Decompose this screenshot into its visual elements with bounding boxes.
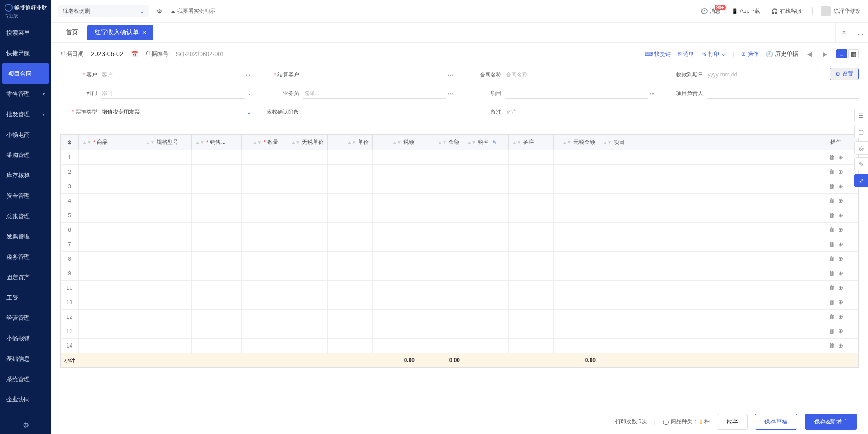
table-row[interactable]: 2🗑⊕	[61, 165, 858, 179]
tenant-selector[interactable]: 徐老板勿删! ⌄	[58, 5, 149, 17]
col-spec[interactable]: ▲▼规格型号	[142, 135, 192, 150]
delete-row-icon[interactable]: 🗑	[829, 255, 835, 262]
table-row[interactable]: 4🗑⊕	[61, 194, 858, 208]
app-download[interactable]: 📱 App下载	[729, 7, 763, 15]
print-button[interactable]: 🖨打印 ⌄	[701, 50, 725, 58]
add-row-icon[interactable]: ⊕	[838, 197, 843, 204]
add-row-icon[interactable]: ⊕	[838, 270, 843, 277]
due-date-input[interactable]	[707, 70, 849, 80]
remark-input[interactable]	[505, 107, 657, 117]
add-row-icon[interactable]: ⊕	[838, 168, 843, 175]
add-row-icon[interactable]: ⊕	[838, 299, 843, 305]
sidebar-item-1[interactable]: 快捷导航	[0, 43, 51, 63]
chevron-down-icon[interactable]: ⌄	[245, 91, 253, 97]
project-input[interactable]	[505, 88, 648, 99]
rail-item-3[interactable]: ◎	[854, 141, 868, 155]
sidebar-item-10[interactable]: 发票管理	[0, 226, 51, 247]
tab-1[interactable]: 红字收入确认单×	[87, 25, 153, 40]
col-project[interactable]: ▲▼项目	[599, 135, 813, 150]
table-row[interactable]: 14🗑⊕	[61, 339, 858, 353]
sidebar-item-19[interactable]: 新手引导	[0, 410, 51, 416]
department-input[interactable]	[101, 88, 245, 99]
add-row-icon[interactable]: ⊕	[838, 226, 843, 233]
chevron-down-icon[interactable]: ⌄	[245, 109, 253, 115]
table-row[interactable]: 12🗑⊕	[61, 310, 858, 324]
sidebar-item-3[interactable]: 零售管理▾	[0, 84, 51, 104]
sidebar-item-6[interactable]: 采购管理	[0, 145, 51, 165]
delete-row-icon[interactable]: 🗑	[829, 226, 835, 233]
table-row[interactable]: 6🗑⊕	[61, 223, 858, 237]
calendar-icon[interactable]: 📅	[131, 51, 138, 57]
col-qty[interactable]: ▲▼*数量	[242, 135, 282, 150]
browse-icon[interactable]: ⋯	[446, 72, 455, 78]
col-price[interactable]: ▲▼单价	[328, 135, 373, 150]
add-row-icon[interactable]: ⊕	[838, 183, 843, 190]
delete-row-icon[interactable]: 🗑	[829, 342, 835, 349]
delete-row-icon[interactable]: 🗑	[829, 270, 835, 277]
delete-row-icon[interactable]: 🗑	[829, 183, 835, 190]
confirm-stage-input[interactable]	[303, 107, 455, 117]
col-sale[interactable]: ▲▼*销售...	[192, 135, 242, 150]
browse-icon[interactable]: ⋯	[648, 91, 657, 97]
project-owner-input[interactable]	[707, 88, 859, 99]
rail-item-2[interactable]: ▢	[854, 125, 868, 138]
add-row-icon[interactable]: ⊕	[838, 284, 843, 291]
close-icon[interactable]: ×	[143, 29, 146, 36]
sidebar-item-13[interactable]: 工资	[0, 287, 51, 308]
messages-button[interactable]: 💬 消息 99+	[698, 7, 723, 15]
add-row-icon[interactable]: ⊕	[838, 342, 843, 349]
view-list[interactable]: ≡	[836, 49, 847, 58]
column-settings[interactable]: ⚙	[61, 135, 79, 150]
sidebar-item-11[interactable]: 税务管理	[0, 247, 51, 267]
contract-name-input[interactable]	[505, 70, 657, 80]
add-row-icon[interactable]: ⊕	[838, 255, 843, 262]
sidebar-item-15[interactable]: 小畅报销	[0, 328, 51, 348]
delete-row-icon[interactable]: 🗑	[829, 284, 835, 291]
delete-row-icon[interactable]: 🗑	[829, 154, 835, 161]
sidebar-item-2[interactable]: 项目合同	[2, 63, 49, 84]
rail-item-5[interactable]: ⤢	[854, 174, 868, 187]
tab-close-all[interactable]: ✕	[835, 23, 852, 42]
sidebar-item-14[interactable]: 经营管理	[0, 308, 51, 328]
col-rate[interactable]: ▲▼税率✎	[463, 135, 509, 150]
prev-record[interactable]: ◀	[806, 51, 814, 57]
table-row[interactable]: 10🗑⊕	[61, 281, 858, 295]
table-row[interactable]: 3🗑⊕	[61, 179, 858, 194]
delete-row-icon[interactable]: 🗑	[829, 241, 835, 248]
rail-item-1[interactable]: ☰	[854, 109, 868, 122]
table-row[interactable]: 9🗑⊕	[61, 266, 858, 281]
hotkey-button[interactable]: ⌨快捷键	[645, 50, 671, 58]
settings-button[interactable]: ⚙ 设置	[830, 68, 859, 80]
delete-row-icon[interactable]: 🗑	[829, 212, 835, 219]
invoice-type-input[interactable]	[101, 107, 245, 117]
delete-row-icon[interactable]: 🗑	[829, 328, 835, 334]
tab-0[interactable]: 首页	[58, 25, 86, 40]
demo-link[interactable]: ☁ 我要看实例演示	[170, 7, 215, 15]
sidebar-settings[interactable]: ⚙	[0, 416, 51, 434]
add-row-icon[interactable]: ⊕	[838, 328, 843, 334]
sidebar-item-8[interactable]: 资金管理	[0, 186, 51, 206]
delete-row-icon[interactable]: 🗑	[829, 168, 835, 175]
user-menu[interactable]: 徐泽华修改	[821, 6, 861, 16]
delete-row-icon[interactable]: 🗑	[829, 299, 835, 305]
col-amount[interactable]: ▲▼金额	[418, 135, 463, 150]
col-notax-amt[interactable]: ▲▼无税金额	[554, 135, 599, 150]
table-row[interactable]: 8🗑⊕	[61, 252, 858, 266]
history-button[interactable]: 🕘历史单据	[766, 50, 798, 58]
save-new-button[interactable]: 保存&新增 ˄	[805, 414, 857, 430]
sidebar-item-4[interactable]: 批发管理▾	[0, 104, 51, 124]
save-draft-button[interactable]: 保存草稿	[755, 414, 797, 430]
view-card[interactable]: ▦	[848, 49, 859, 58]
discard-button[interactable]: 放弃	[717, 414, 748, 430]
rail-item-4[interactable]: ✎	[854, 157, 868, 171]
add-row-icon[interactable]: ⊕	[838, 212, 843, 219]
sidebar-item-7[interactable]: 库存核算	[0, 165, 51, 186]
support-button[interactable]: 🎧 在线客服	[768, 7, 804, 15]
customer-input[interactable]	[101, 70, 243, 80]
delete-row-icon[interactable]: 🗑	[829, 197, 835, 204]
add-row-icon[interactable]: ⊕	[838, 241, 843, 248]
sidebar-item-9[interactable]: 总账管理	[0, 206, 51, 226]
col-tax[interactable]: ▲▼税额	[373, 135, 418, 150]
table-row[interactable]: 7🗑⊕	[61, 237, 858, 252]
sidebar-item-12[interactable]: 固定资产	[0, 267, 51, 287]
